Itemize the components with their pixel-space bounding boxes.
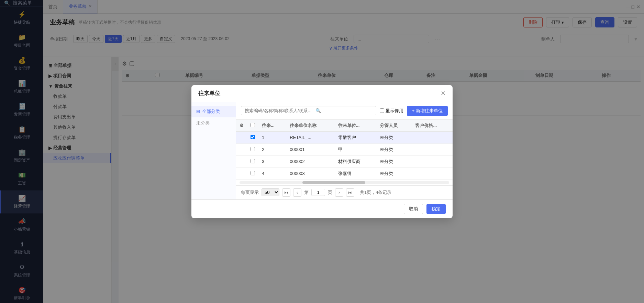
- page-suffix: 页: [328, 189, 332, 196]
- row-code: RETAIL_...: [286, 131, 334, 143]
- dialog-pagination: 每页显示 50 100 ⏮ ‹ 第 页 › ⏭ 共1页，4条记录: [236, 185, 453, 199]
- show-disabled-checkbox[interactable]: [380, 108, 384, 113]
- row-manager: [412, 143, 453, 155]
- prev-page-btn[interactable]: ‹: [293, 188, 301, 197]
- first-page-btn[interactable]: ⏮: [282, 188, 290, 197]
- dialog-close-btn[interactable]: ✕: [441, 90, 446, 96]
- page-label: 第: [304, 189, 309, 196]
- dialog-th-price[interactable]: 客户价格...: [412, 120, 453, 132]
- row-code: 000002: [286, 155, 334, 167]
- row-settings: [236, 155, 247, 167]
- row-code: 000003: [286, 167, 334, 179]
- dialog-th-manager[interactable]: 分管人员: [376, 120, 412, 132]
- row-name: 甲: [335, 143, 377, 155]
- dialog-main: 🔍 显示停用 + 新增往来单位 ⚙: [236, 102, 453, 199]
- dialog-table-wrap: ⚙ 往来... 往来单位名称 往来单位... 分管人员 客户价格...: [236, 120, 453, 180]
- row-id: 1: [258, 131, 286, 143]
- dialog-th-name[interactable]: 往来单位名称: [286, 120, 334, 132]
- row-checkbox[interactable]: [247, 155, 258, 167]
- row-id: 3: [258, 155, 286, 167]
- next-page-btn[interactable]: ›: [335, 188, 343, 197]
- dialog-sidebar-all[interactable]: ⊞ 全部分类: [191, 106, 236, 117]
- row-name: 张嘉得: [335, 167, 377, 179]
- page-input[interactable]: [311, 189, 325, 196]
- dialog: 往来单位 ✕ ⊞ 全部分类 未分类 🔍: [191, 85, 453, 218]
- dialog-toolbar: 🔍 显示停用 + 新增往来单位: [236, 102, 453, 120]
- scrollbar-thumb: [302, 181, 365, 184]
- row-category: 未分类: [376, 143, 412, 155]
- horizontal-scrollbar[interactable]: [240, 181, 449, 184]
- row-id: 4: [258, 167, 286, 179]
- table-row[interactable]: 1 RETAIL_... 零散客户 未分类: [236, 131, 453, 143]
- row-manager: [412, 167, 453, 179]
- confirm-button[interactable]: 确定: [426, 204, 446, 214]
- dialog-th-settings: ⚙: [236, 120, 247, 132]
- row-checkbox[interactable]: [247, 143, 258, 155]
- dialog-overlay: 往来单位 ✕ ⊞ 全部分类 未分类 🔍: [0, 0, 644, 303]
- row-category: 未分类: [376, 167, 412, 179]
- dialog-actions: 取消 确定: [191, 199, 453, 218]
- dialog-search-box[interactable]: 🔍: [241, 106, 376, 115]
- table-row[interactable]: 2 000001 甲 未分类: [236, 143, 453, 155]
- last-page-btn[interactable]: ⏭: [346, 188, 354, 197]
- row-checkbox[interactable]: [247, 131, 258, 143]
- dialog-th-checkbox: [247, 120, 258, 132]
- grid-icon2: ⊞: [196, 109, 200, 114]
- row-name: 零散客户: [335, 131, 377, 143]
- dialog-table: ⚙ 往来... 往来单位名称 往来单位... 分管人员 客户价格...: [236, 120, 453, 180]
- dialog-th-category[interactable]: 往来单位...: [335, 120, 377, 132]
- row-category: 未分类: [376, 155, 412, 167]
- dialog-search-input[interactable]: [245, 108, 313, 113]
- dialog-sidebar: ⊞ 全部分类 未分类: [191, 102, 236, 199]
- per-page-label: 每页显示: [241, 189, 259, 196]
- table-row[interactable]: 3 000002 材料供应商 未分类: [236, 155, 453, 167]
- row-checkbox[interactable]: [247, 167, 258, 179]
- row-settings: [236, 167, 247, 179]
- total-label: 共1页，4条记录: [360, 189, 391, 196]
- row-settings: [236, 143, 247, 155]
- add-company-btn[interactable]: + 新增往来单位: [407, 106, 448, 116]
- dialog-body: ⊞ 全部分类 未分类 🔍 显示停用: [191, 102, 453, 199]
- row-settings: [236, 131, 247, 143]
- dialog-header: 往来单位 ✕: [191, 85, 453, 102]
- row-category: 未分类: [376, 131, 412, 143]
- dialog-title: 往来单位: [198, 90, 220, 97]
- row-manager: [412, 155, 453, 167]
- row-manager: [412, 131, 453, 143]
- per-page-select[interactable]: 50 100: [262, 188, 279, 196]
- dialog-th-code[interactable]: 往来...: [258, 120, 286, 132]
- show-disabled-label[interactable]: 显示停用: [380, 108, 403, 114]
- row-name: 材料供应商: [335, 155, 377, 167]
- cancel-button[interactable]: 取消: [404, 204, 423, 214]
- search-icon2: 🔍: [315, 108, 321, 113]
- row-code: 000001: [286, 143, 334, 155]
- table-row[interactable]: 4 000003 张嘉得 未分类: [236, 167, 453, 179]
- row-id: 2: [258, 143, 286, 155]
- dialog-sidebar-uncategorized: 未分类: [191, 117, 236, 129]
